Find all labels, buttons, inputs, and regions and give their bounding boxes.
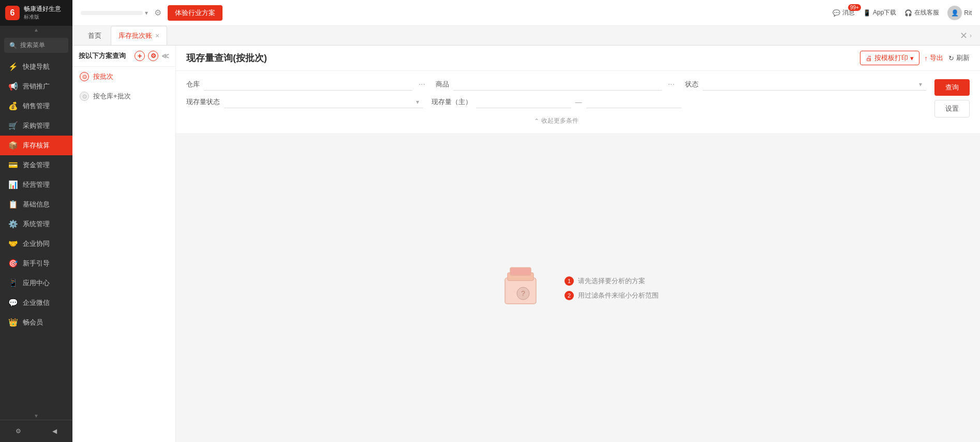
sidebar-item-management[interactable]: 📊 经营管理 (0, 175, 72, 195)
empty-tips: 1 请先选择要分析的方案 2 用过滤条件来缩小分析范围 (565, 276, 659, 300)
sales-icon: 💰 (8, 101, 18, 111)
sidebar-item-enterprise[interactable]: 🤝 企业协同 (0, 234, 72, 254)
filter-product: 商品 ··· (436, 78, 677, 91)
sidebar-item-label: 采购管理 (23, 121, 50, 130)
message-btn[interactable]: 💬 消息 99+ (833, 8, 855, 17)
sidebar-item-member[interactable]: 👑 畅会员 (0, 313, 72, 332)
filter-item-warehouse-batch[interactable]: ⊙ 按仓库+批次 (72, 86, 175, 106)
topbar-dropdown-icon[interactable]: ▾ (145, 9, 148, 17)
product-input[interactable] (453, 78, 662, 91)
filter-setting-btn[interactable]: ⚙ (148, 51, 158, 61)
sidebar-item-label: 经营管理 (23, 180, 50, 189)
message-badge: 99+ (848, 4, 861, 11)
inventory-main-to[interactable] (586, 96, 681, 108)
refresh-btn[interactable]: ↻ 刷新 (948, 53, 970, 63)
warehouse-more-icon[interactable]: ··· (417, 80, 427, 89)
collapse-icon: ◀ (52, 428, 57, 435)
filter-batch-label: 按批次 (93, 72, 113, 81)
online-service-btn[interactable]: 🎧 在线客服 (904, 8, 939, 17)
status-dropdown[interactable]: ▾ (703, 79, 926, 91)
refresh-label: 刷新 (956, 53, 970, 63)
query-btn[interactable]: 查询 (934, 79, 970, 96)
product-label: 商品 (436, 80, 449, 89)
tab-home-label: 首页 (88, 31, 101, 40)
empty-tip-2: 2 用过滤条件来缩小分析范围 (565, 291, 659, 300)
sidebar-search-btn[interactable]: 🔍 搜索菜单 (4, 38, 68, 53)
filter-row-2: 现存量状态 ▾ 现存量（主） — (186, 96, 926, 108)
sidebar-item-sales[interactable]: 💰 销售管理 (0, 96, 72, 116)
sidebar-footer: ⚙ ◀ (0, 420, 72, 442)
sidebar-item-label: 企业协同 (23, 239, 50, 248)
page-header-actions: 🖨 按模板打印 ▾ ↑ 导出 ↻ 刷新 (860, 51, 970, 65)
filter-warehouse-batch-label: 按仓库+批次 (93, 92, 131, 101)
filter-fields: 仓库 ··· 商品 ··· 状态 (186, 78, 926, 128)
sidebar-item-guide[interactable]: 🎯 新手引导 (0, 254, 72, 273)
sidebar-item-basic[interactable]: 📋 基础信息 (0, 195, 72, 214)
app-download-btn[interactable]: 📱 App下载 (863, 8, 896, 17)
sidebar-settings-btn[interactable]: ⚙ (12, 424, 24, 438)
scroll-down-btn[interactable]: ▼ (0, 412, 72, 420)
marketing-icon: 📢 (8, 82, 18, 91)
filter-row-1: 仓库 ··· 商品 ··· 状态 (186, 78, 926, 91)
empty-tip-1: 1 请先选择要分析的方案 (565, 276, 659, 286)
product-more-icon[interactable]: ··· (666, 80, 677, 89)
export-btn[interactable]: ↑ 导出 (925, 53, 944, 63)
message-icon: 💬 (833, 9, 840, 17)
user-avatar-text: 👤 (951, 9, 959, 17)
filter-item-batch[interactable]: ⊙ 按批次 (72, 67, 175, 86)
user-name: Rit (964, 9, 972, 17)
empty-state: ? 1 请先选择要分析的方案 2 用过滤条件来缩小分析范围 (176, 134, 980, 442)
sidebar-item-label: 畅会员 (23, 318, 43, 327)
user-menu-btn[interactable]: 👤 Rit (947, 6, 972, 20)
topbar-right: 💬 消息 99+ 📱 App下载 🎧 在线客服 👤 Rit (833, 6, 972, 20)
topbar-settings-icon[interactable]: ⚙ (154, 8, 161, 18)
sidebar-item-finance[interactable]: 💳 资金管理 (0, 155, 72, 175)
online-service-label: 在线客服 (914, 8, 939, 17)
wechat-icon: 💬 (8, 298, 18, 307)
tab-active-label: 库存批次账 (118, 31, 152, 40)
filter-panel: 按以下方案查询 + ⚙ ≪ ⊙ 按批次 ⊙ 按仓库+批次 (72, 46, 176, 442)
purchase-icon: 🛒 (8, 121, 18, 130)
tip-text-1: 请先选择要分析的方案 (578, 276, 645, 286)
service-icon: 🎧 (904, 9, 912, 17)
sidebar-item-system[interactable]: ⚙️ 系统管理 (0, 214, 72, 234)
tab-close-btn[interactable]: × (155, 32, 159, 39)
app-version: 标准版 (24, 13, 61, 21)
finance-icon: 💳 (8, 160, 18, 170)
enterprise-icon: 🤝 (8, 239, 18, 248)
app-name: 畅康通好生意 (24, 5, 61, 13)
scroll-up-btn[interactable]: ▲ (0, 26, 72, 34)
settings-btn[interactable]: 设置 (934, 100, 970, 117)
sidebar-item-purchase[interactable]: 🛒 采购管理 (0, 116, 72, 136)
status-arrow-icon: ▾ (919, 81, 922, 88)
industry-btn[interactable]: 体验行业方案 (168, 5, 222, 21)
tab-panel-close-btn[interactable]: ✕ (960, 30, 968, 41)
sidebar-item-quick-nav[interactable]: ⚡ 快捷导航 (0, 57, 72, 77)
tab-more-btn[interactable]: › (970, 32, 972, 39)
tab-inventory-batch[interactable]: 库存批次账 × (111, 26, 167, 45)
collapse-conditions-btn[interactable]: ⌃ 收起更多条件 (186, 113, 926, 128)
sidebar-collapse-btn[interactable]: ◀ (49, 424, 60, 438)
sidebar-item-wechat[interactable]: 💬 企业微信 (0, 293, 72, 313)
tab-home[interactable]: 首页 (81, 26, 109, 45)
sidebar-item-inventory[interactable]: 📦 库存核算 (0, 136, 72, 155)
sidebar: 6 畅康通好生意 标准版 ▲ 🔍 搜索菜单 ⚡ 快捷导航 📢 营销推广 💰 销售… (0, 0, 72, 442)
sidebar-item-label: 快捷导航 (23, 62, 50, 71)
inventory-status-select[interactable]: ▾ (224, 96, 423, 108)
filter-warehouse: 仓库 ··· (186, 78, 427, 91)
sidebar-item-app-center[interactable]: 📱 应用中心 (0, 273, 72, 293)
sidebar-item-marketing[interactable]: 📢 营销推广 (0, 77, 72, 96)
topbar-search-box[interactable] (81, 11, 143, 15)
filter-panel-actions: + ⚙ ≪ (135, 51, 169, 61)
warehouse-input[interactable] (204, 78, 412, 91)
print-btn[interactable]: 🖨 按模板打印 ▾ (860, 51, 919, 65)
member-icon: 👑 (8, 318, 18, 327)
svg-text:?: ? (521, 289, 525, 298)
filter-status: 状态 ▾ (685, 79, 926, 91)
filter-collapse-icon[interactable]: ≪ (161, 52, 169, 60)
print-dropdown-icon[interactable]: ▾ (910, 54, 914, 62)
sidebar-header: 6 畅康通好生意 标准版 (0, 0, 72, 26)
filter-add-btn[interactable]: + (135, 51, 145, 61)
warehouse-label: 仓库 (186, 80, 200, 89)
inventory-main-from[interactable] (476, 96, 571, 108)
